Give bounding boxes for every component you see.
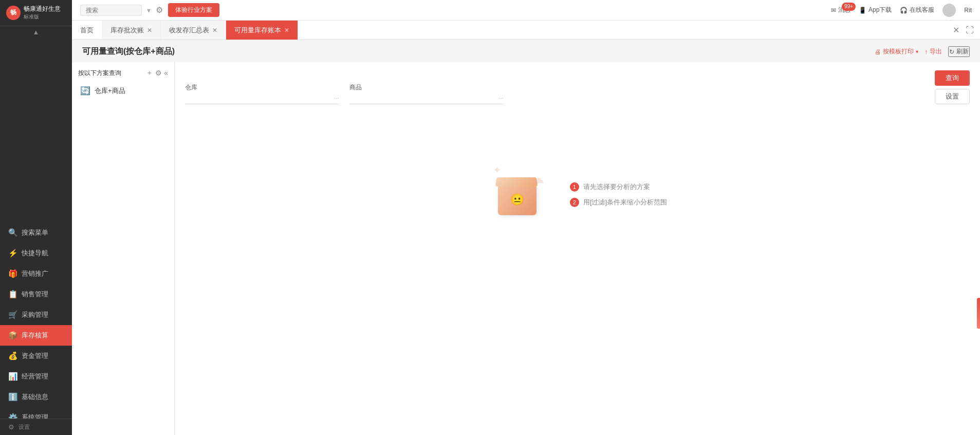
box-face: 😐	[510, 193, 524, 206]
search-icon: 🔍	[8, 228, 17, 237]
warehouse-filter: 仓库 ···	[185, 83, 339, 104]
query-panel: 仓库 ··· 商品 ···	[175, 62, 980, 435]
fullscreen-tab-button[interactable]: ⛶	[964, 25, 976, 36]
inventory-icon: 📦	[8, 331, 17, 340]
sidebar-item-finance[interactable]: 💰 资金管理	[0, 346, 72, 366]
empty-hints: 1 请先选择要分析的方案 2 用[过滤]条件来缩小分析范围	[570, 182, 667, 207]
empty-illustration: ☁ 😐 ✦	[488, 164, 549, 225]
tab-stock-summary[interactable]: 收发存汇总表 ✕	[161, 21, 226, 40]
username-label[interactable]: Rit	[964, 7, 972, 14]
shortcut-icon: ⚡	[8, 249, 17, 258]
sidebar-item-inventory[interactable]: 📦 库存核算	[0, 325, 72, 346]
sidebar-item-sales[interactable]: 📋 销售管理	[0, 284, 72, 305]
page-header: 可用量查询(按仓库+商品) 🖨 按模板打印 ▾ ↑ 导出 ↻ 刷新	[72, 40, 980, 62]
tab-home[interactable]: 首页	[72, 21, 102, 40]
topbar-right: ✉ 消息 99+ 📱 App下载 🎧 在线客服 Rit	[831, 4, 972, 17]
filter-scheme-panel: 按以下方案查询 ＋ ⚙ « 🔄 仓库+商品	[72, 62, 175, 435]
filter-scheme-title: 按以下方案查询	[78, 69, 121, 78]
settings-gear-icon: ⚙	[8, 423, 14, 431]
hint-item-1: 1 请先选择要分析的方案	[570, 182, 667, 192]
refresh-button[interactable]: ↻ 刷新	[948, 46, 970, 57]
close-tab-button[interactable]: ✕	[951, 24, 961, 36]
product-input[interactable]	[349, 94, 498, 102]
tab-close-available-stock[interactable]: ✕	[284, 27, 289, 34]
hint-text-2: 用[过滤]条件来缩小分析范围	[583, 198, 667, 207]
sidebar-scroll-up[interactable]: ▲	[0, 26, 72, 38]
topbar-search-input[interactable]	[80, 5, 142, 16]
settings-button[interactable]: 设置	[935, 89, 970, 104]
app-download-button[interactable]: 📱 App下载	[859, 6, 892, 14]
box-top	[495, 177, 538, 186]
query-button[interactable]: 查询	[935, 70, 970, 86]
sidebar-bottom-settings[interactable]: ⚙ 设置	[0, 419, 72, 435]
warehouse-label: 仓库	[185, 83, 339, 92]
scheme-item-icon: 🔄	[80, 86, 90, 96]
hint-num-2: 2	[570, 198, 579, 207]
info-icon: ℹ️	[8, 392, 17, 402]
tab-batch-account[interactable]: 库存批次账 ✕	[102, 21, 161, 40]
box-body: 😐	[498, 184, 537, 215]
purchase-icon: 🛒	[8, 310, 17, 319]
export-icon: ↑	[924, 48, 928, 55]
mobile-icon: 📱	[859, 7, 866, 14]
sidebar-item-search[interactable]: 🔍 搜索菜单	[0, 222, 72, 243]
sidebar: 畅 畅康通好生意 标准版 ▲ 🔍 搜索菜单 ⚡ 快捷导航 🎁 营销推广 📋 销售…	[0, 0, 72, 435]
sidebar-nav: ▲	[0, 26, 72, 222]
edit-scheme-button[interactable]: ⚙	[155, 68, 162, 78]
add-scheme-button[interactable]: ＋	[146, 68, 153, 78]
headset-icon: 🎧	[900, 7, 908, 14]
sales-icon: 📋	[8, 290, 17, 299]
tab-available-stock[interactable]: 可用量库存账本 ✕	[226, 21, 298, 40]
content-area: 按以下方案查询 ＋ ⚙ « 🔄 仓库+商品 仓库	[72, 62, 980, 435]
sidebar-logo: 畅 畅康通好生意 标准版	[0, 0, 72, 26]
product-label: 商品	[349, 83, 504, 92]
product-more-icon[interactable]: ···	[498, 94, 504, 102]
topbar-left: ▾ ⚙ 体验行业方案	[80, 3, 219, 17]
topbar-gear-icon[interactable]: ⚙	[156, 5, 163, 15]
user-avatar[interactable]	[942, 4, 956, 17]
trial-industry-button[interactable]: 体验行业方案	[168, 3, 219, 17]
topbar: ▾ ⚙ 体验行业方案 ✉ 消息 99+ 📱 App下载 🎧 在线客服 Rit	[72, 0, 980, 21]
product-filter: 商品 ···	[349, 83, 504, 104]
finance-icon: 💰	[8, 351, 17, 361]
message-icon: ✉	[831, 7, 836, 14]
app-badge: 标准版	[24, 13, 61, 21]
sidebar-item-system[interactable]: ⚙️ 系统管理	[0, 407, 72, 419]
export-button[interactable]: ↑ 导出	[924, 47, 942, 56]
tab-close-batch[interactable]: ✕	[147, 27, 152, 34]
collapse-scheme-button[interactable]: «	[164, 68, 168, 78]
filter-scheme-actions: ＋ ⚙ «	[146, 68, 168, 78]
sidebar-item-shortcut[interactable]: ⚡ 快捷导航	[0, 243, 72, 263]
message-button[interactable]: ✉ 消息 99+	[831, 6, 850, 14]
empty-state: ☁ 😐 ✦ 1 请先选择要分析的方案	[185, 112, 970, 225]
filter-scheme-header: 按以下方案查询 ＋ ⚙ «	[72, 68, 174, 82]
refresh-icon: ↻	[949, 48, 954, 55]
print-icon: 🖨	[875, 48, 881, 55]
tabbar: 首页 库存批次账 ✕ 收发存汇总表 ✕ 可用量库存账本 ✕ ✕ ⛶	[72, 21, 980, 40]
app-name: 畅康通好生意	[24, 5, 61, 13]
sidebar-item-basic-info[interactable]: ℹ️ 基础信息	[0, 387, 72, 407]
sidebar-item-operations[interactable]: 📊 经营管理	[0, 366, 72, 387]
hint-text-1: 请先选择要分析的方案	[583, 182, 650, 192]
online-service-button[interactable]: 🎧 在线客服	[900, 6, 934, 14]
sidebar-item-purchase[interactable]: 🛒 采购管理	[0, 305, 72, 325]
sidebar-item-marketing[interactable]: 🎁 营销推广	[0, 263, 72, 284]
scrollbar-hint[interactable]	[977, 298, 980, 329]
page-header-actions: 🖨 按模板打印 ▾ ↑ 导出 ↻ 刷新	[875, 46, 970, 57]
scheme-item-warehouse-product[interactable]: 🔄 仓库+商品	[72, 82, 174, 100]
query-action-buttons: 查询 设置	[935, 70, 970, 104]
system-icon: ⚙️	[8, 413, 17, 419]
warehouse-input[interactable]	[185, 94, 334, 102]
scheme-item-label: 仓库+商品	[95, 86, 125, 96]
app-logo-icon: 畅	[6, 6, 21, 20]
tab-close-stock-summary[interactable]: ✕	[212, 27, 217, 34]
query-filters-row: 仓库 ··· 商品 ···	[185, 70, 970, 112]
print-template-button[interactable]: 🖨 按模板打印 ▾	[875, 47, 918, 56]
main-content: ▾ ⚙ 体验行业方案 ✉ 消息 99+ 📱 App下载 🎧 在线客服 Rit	[72, 0, 980, 435]
message-badge: 99+	[842, 3, 856, 11]
warehouse-more-icon[interactable]: ···	[334, 94, 339, 102]
gift-icon: 🎁	[8, 269, 17, 278]
sparkle-decoration: ✦	[493, 164, 502, 176]
topbar-dropdown-arrow[interactable]: ▾	[147, 6, 151, 14]
page-title: 可用量查询(按仓库+商品)	[82, 46, 175, 57]
